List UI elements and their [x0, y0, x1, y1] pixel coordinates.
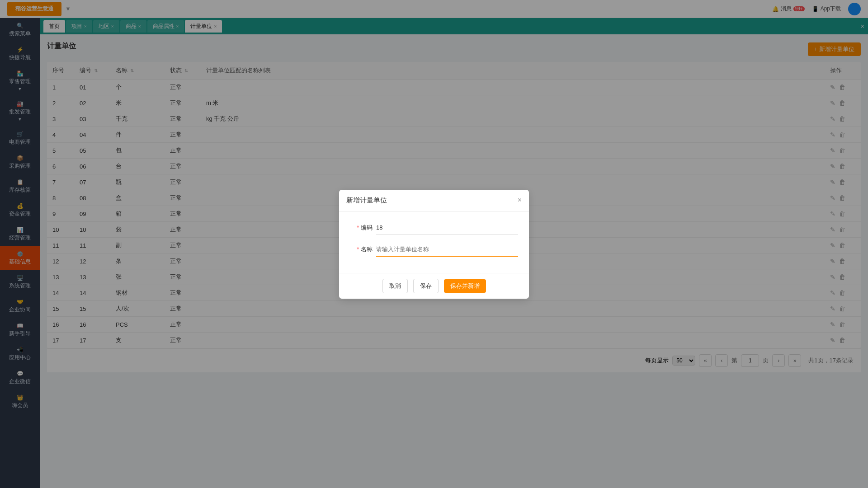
modal-header: 新增计量单位 × [339, 190, 529, 211]
add-unit-modal: 新增计量单位 × 编码 名称 取消 保存 保存并新增 [339, 190, 529, 299]
form-row-code: 编码 [350, 221, 518, 235]
save-button[interactable]: 保存 [413, 279, 439, 293]
modal-body: 编码 名称 [339, 211, 529, 273]
modal-overlay[interactable]: 新增计量单位 × 编码 名称 取消 保存 保存并新增 [0, 0, 868, 488]
cancel-button[interactable]: 取消 [382, 279, 408, 293]
name-label: 名称 [350, 245, 373, 253]
name-input[interactable] [376, 242, 518, 257]
modal-title: 新增计量单位 [346, 196, 387, 205]
modal-close-btn[interactable]: × [518, 196, 522, 204]
code-input[interactable] [376, 221, 518, 235]
code-label: 编码 [350, 224, 373, 232]
save-new-button[interactable]: 保存并新增 [444, 279, 486, 293]
form-row-name: 名称 [350, 242, 518, 257]
modal-footer: 取消 保存 保存并新增 [339, 273, 529, 299]
